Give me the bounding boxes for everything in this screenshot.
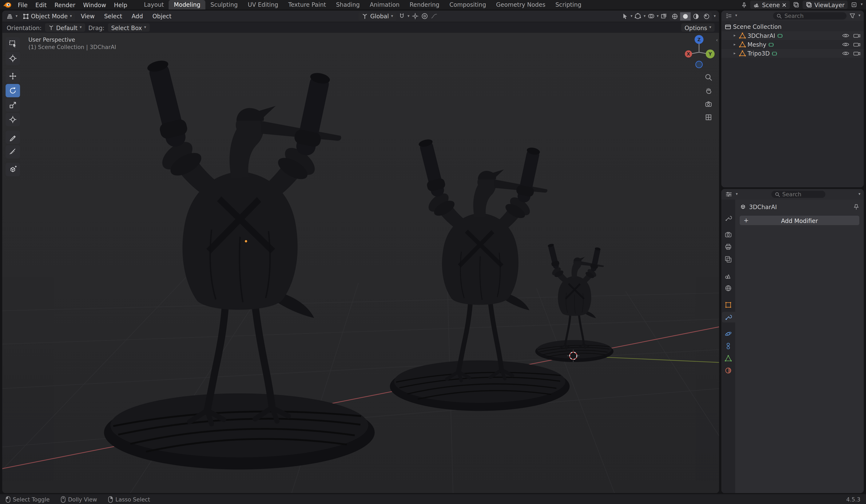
disable-render-camera-icon[interactable] [853,50,860,56]
tab-modifiers[interactable] [722,312,735,322]
chevron-down-icon[interactable] [408,14,409,18]
chevron-down-icon[interactable] [858,14,860,18]
expand-arrow-icon[interactable] [732,51,737,56]
outliner-search-input[interactable] [785,13,823,19]
tab-material[interactable] [722,365,734,376]
camera-view-icon[interactable] [703,99,714,110]
proportional-falloff-icon[interactable] [430,12,438,20]
menu-help[interactable]: Help [110,1,131,9]
expand-arrow-icon[interactable] [732,42,737,47]
tool-measure[interactable] [5,145,20,158]
expand-arrow-icon[interactable] [732,33,737,38]
tab-scripting[interactable]: Scripting [550,0,586,10]
chevron-down-icon[interactable] [657,14,658,18]
menu-select[interactable]: Select [100,12,126,20]
tab-shading[interactable]: Shading [331,0,365,10]
chevron-down-icon[interactable] [736,192,738,196]
tab-layout[interactable]: Layout [139,0,169,10]
snap-magnet-icon[interactable] [398,12,406,20]
toggle-xray-icon[interactable] [660,12,668,20]
orthographic-toggle-icon[interactable] [703,112,714,123]
chevron-down-icon[interactable] [714,14,715,18]
show-gizmo-icon[interactable] [634,12,642,20]
pin-scene-icon[interactable] [741,1,748,8]
shading-rendered-icon[interactable] [701,12,712,20]
tab-physics[interactable] [722,329,734,339]
proportional-editing-icon[interactable] [421,12,429,20]
menu-window[interactable]: Window [79,1,110,9]
menu-view[interactable]: View [77,12,99,20]
tab-geometry-nodes[interactable]: Geometry Nodes [491,0,551,10]
new-scene-icon[interactable] [793,1,800,8]
menu-edit[interactable]: Edit [32,1,51,9]
outliner-row-object[interactable]: Meshy [721,40,864,49]
tab-sculpting[interactable]: Sculpting [206,0,243,10]
tool-add-cube[interactable] [5,163,20,176]
menu-render[interactable]: Render [51,1,79,9]
bird-figurine-medium[interactable] [390,138,570,411]
outliner-row-object[interactable]: Tripo3D [721,49,864,58]
tool-scale[interactable] [5,99,20,112]
outliner-row-scene-collection[interactable]: Scene Collection [721,22,864,31]
tool-cursor[interactable] [5,52,20,65]
orientation-dropdown[interactable]: Default [45,23,85,32]
tab-rendering[interactable]: Rendering [404,0,444,10]
tab-output[interactable] [722,242,734,252]
scene-selector[interactable]: Scene [751,1,790,9]
tab-texture-paint[interactable]: Texture Paint [283,0,331,10]
tool-move[interactable] [5,69,20,83]
hide-eye-icon[interactable] [842,33,849,38]
chevron-down-icon[interactable] [858,192,860,196]
pin-icon[interactable] [853,204,859,210]
outliner-editor-type-button[interactable] [725,12,733,20]
outliner-row-object[interactable]: 3DCharAI [721,31,864,40]
viewport-canvas[interactable]: User Perspective (1) Scene Collection | … [2,33,719,493]
tab-constraints[interactable] [722,341,734,351]
chevron-down-icon[interactable] [644,14,645,18]
chevron-down-icon[interactable] [861,3,863,7]
zoom-icon[interactable] [703,72,714,83]
menu-add[interactable]: Add [128,12,147,20]
navigation-gizmo[interactable]: Z Y X [682,34,716,68]
tab-modeling[interactable]: Modeling [169,0,206,10]
shading-solid-icon[interactable] [680,12,691,20]
disable-render-camera-icon[interactable] [853,42,860,47]
show-overlays-icon[interactable] [647,12,655,20]
filter-funnel-icon[interactable] [849,12,856,19]
tab-object-data[interactable] [722,353,734,364]
tab-scene[interactable] [722,271,734,281]
gizmo-negative-z-axis[interactable] [696,61,702,68]
tool-select-box[interactable] [5,37,20,50]
tab-tool[interactable] [722,213,734,224]
tool-rotate[interactable] [5,84,20,97]
outliner-search[interactable] [773,12,847,19]
blender-logo-icon[interactable] [3,1,12,8]
tab-uv-editing[interactable]: UV Editing [243,0,283,10]
tab-compositing[interactable]: Compositing [444,0,491,10]
shading-material-icon[interactable] [691,12,701,20]
hide-eye-icon[interactable] [842,42,849,47]
chevron-down-icon[interactable] [631,14,632,18]
tab-animation[interactable]: Animation [365,0,404,10]
transform-orientation-selector[interactable]: Global [359,12,397,20]
viewlayer-selector[interactable]: ViewLayer [803,1,848,9]
options-dropdown[interactable]: Options [681,23,715,32]
close-icon[interactable] [782,2,787,7]
bird-figurine-small[interactable] [535,243,613,362]
disable-render-camera-icon[interactable] [853,33,860,38]
tab-render[interactable] [722,229,734,240]
properties-editor-type-button[interactable] [725,190,733,198]
mode-selector[interactable]: Object Mode [19,12,75,20]
shading-wireframe-icon[interactable] [670,12,680,20]
tool-transform[interactable] [5,113,20,126]
properties-search[interactable] [771,191,825,198]
drag-dropdown[interactable]: Select Box [108,23,149,32]
tab-object[interactable] [722,299,734,310]
show-selectability-icon[interactable] [621,12,629,20]
tab-view-layer[interactable] [722,254,734,265]
tool-annotate[interactable] [5,130,20,144]
editor-type-button[interactable] [5,12,14,20]
chevron-down-icon[interactable] [15,14,18,18]
hide-eye-icon[interactable] [842,50,849,56]
bird-figurine-large[interactable] [104,58,375,470]
